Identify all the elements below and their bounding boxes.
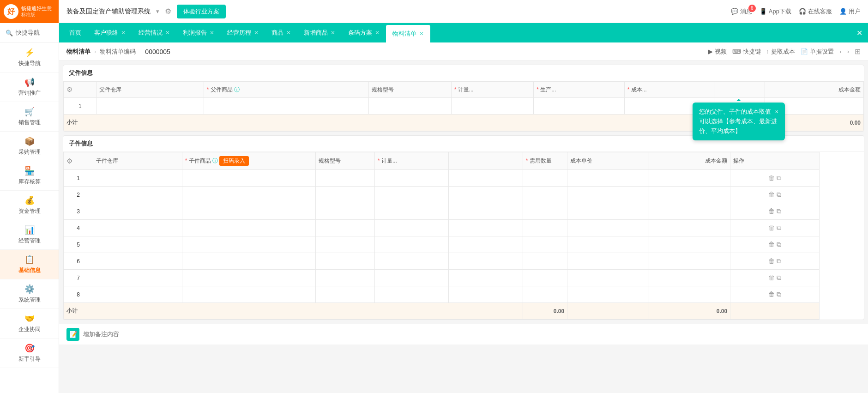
- child-cell-product-3[interactable]: [182, 203, 315, 220]
- tab-customer-close[interactable]: ✕: [121, 30, 126, 36]
- tab-operations[interactable]: 经营情况 ✕: [132, 23, 176, 42]
- copy-icon-8[interactable]: ⧉: [777, 290, 781, 298]
- tab-customer[interactable]: 客户联络 ✕: [88, 23, 132, 42]
- child-cell-unitcost-1[interactable]: [567, 170, 649, 187]
- app-download-button[interactable]: 📱 App下载: [760, 7, 791, 16]
- message-button-wrap[interactable]: 💬 消息 6: [731, 7, 752, 16]
- child-cell-product-2[interactable]: [182, 187, 315, 203]
- child-cell-spec-3[interactable]: [315, 203, 374, 220]
- child-cell-warehouse-1[interactable]: [93, 170, 182, 187]
- child-cell-warehouse-7[interactable]: [93, 270, 182, 286]
- copy-icon-3[interactable]: ⧉: [777, 207, 781, 215]
- child-cell-product-4[interactable]: [182, 220, 315, 236]
- child-cell-unit-8[interactable]: [374, 286, 448, 303]
- delete-icon-6[interactable]: 🗑: [768, 257, 775, 265]
- child-cell-unit-4[interactable]: [374, 220, 448, 236]
- copy-icon-2[interactable]: ⧉: [777, 191, 781, 199]
- tab-history[interactable]: 经营历程 ✕: [221, 23, 265, 42]
- trial-button[interactable]: 体验行业方案: [177, 5, 226, 18]
- tab-goods[interactable]: 商品 ✕: [265, 23, 297, 42]
- child-cell-qty-4[interactable]: [523, 220, 567, 236]
- copy-icon-5[interactable]: ⧉: [777, 241, 781, 248]
- delete-icon-5[interactable]: 🗑: [768, 241, 775, 248]
- child-cell-warehouse-8[interactable]: [93, 286, 182, 303]
- dropdown-arrow-icon[interactable]: ▾: [156, 8, 159, 15]
- parent-cell-unit-1[interactable]: [451, 98, 534, 115]
- child-cell-warehouse-4[interactable]: [93, 220, 182, 236]
- child-cell-warehouse-6[interactable]: [93, 253, 182, 270]
- grid-view-btn[interactable]: ⊞: [855, 47, 861, 56]
- tab-history-close[interactable]: ✕: [254, 30, 259, 36]
- child-cell-unitcost-5[interactable]: [567, 236, 649, 253]
- child-cell-unit-5[interactable]: [374, 236, 448, 253]
- sidebar-item-guide[interactable]: 🎯 新手引导: [0, 339, 59, 368]
- single-settings-btn[interactable]: 📄 单据设置: [801, 48, 834, 56]
- child-cell-spec-5[interactable]: [315, 236, 374, 253]
- child-col-settings[interactable]: ⚙: [64, 152, 93, 170]
- sidebar-item-finance[interactable]: 💰 资金管理: [0, 191, 59, 220]
- sidebar-item-marketing[interactable]: 📢 营销推广: [0, 73, 59, 102]
- delete-icon-4[interactable]: 🗑: [768, 224, 775, 232]
- extract-cost-btn[interactable]: ↑ 提取成本: [766, 48, 796, 56]
- child-cell-warehouse-5[interactable]: [93, 236, 182, 253]
- tab-operations-close[interactable]: ✕: [165, 30, 170, 36]
- video-tool-btn[interactable]: ▶ 视频: [708, 48, 727, 56]
- tab-new-goods-close[interactable]: ✕: [331, 30, 335, 36]
- shortcuts-tool-btn[interactable]: ⌨ 快捷键: [732, 48, 761, 56]
- child-cell-unit-2[interactable]: [374, 187, 448, 203]
- parent-col-settings[interactable]: ⚙: [64, 82, 96, 98]
- scan-input-button[interactable]: 扫码录入: [219, 156, 249, 166]
- tab-goods-close[interactable]: ✕: [286, 30, 291, 36]
- sidebar-item-enterprise[interactable]: 🤝 企业协同: [0, 309, 59, 339]
- parent-cell-production-1[interactable]: [534, 98, 625, 115]
- child-cell-spec-7[interactable]: [315, 270, 374, 286]
- sidebar-item-inventory[interactable]: 🏪 库存核算: [0, 161, 59, 191]
- delete-icon-1[interactable]: 🗑: [768, 174, 775, 182]
- online-service-button[interactable]: 🎧 在线客服: [799, 7, 832, 16]
- child-cell-spec-4[interactable]: [315, 220, 374, 236]
- child-cell-warehouse-2[interactable]: [93, 187, 182, 203]
- child-cell-unit-6[interactable]: [374, 253, 448, 270]
- child-cell-product-5[interactable]: [182, 236, 315, 253]
- user-button[interactable]: 👤 用户: [839, 7, 861, 16]
- child-cell-product-1[interactable]: [182, 170, 315, 187]
- tab-profit-close[interactable]: ✕: [210, 30, 214, 36]
- delete-icon-7[interactable]: 🗑: [768, 274, 775, 282]
- child-cell-unit-7[interactable]: [374, 270, 448, 286]
- tab-barcode[interactable]: 条码方案 ✕: [342, 23, 386, 42]
- delete-icon-8[interactable]: 🗑: [768, 290, 775, 298]
- copy-icon-1[interactable]: ⧉: [777, 174, 781, 182]
- delete-icon-2[interactable]: 🗑: [768, 191, 775, 199]
- sidebar-item-basic-info[interactable]: 📋 基础信息: [0, 250, 59, 279]
- child-cell-qty-8[interactable]: [523, 286, 567, 303]
- tooltip-close-btn[interactable]: ×: [775, 107, 778, 117]
- child-cell-product-7[interactable]: [182, 270, 315, 286]
- tab-bom-close[interactable]: ✕: [419, 30, 424, 37]
- child-cell-unitcost-2[interactable]: [567, 187, 649, 203]
- child-cell-unit-1[interactable]: [374, 170, 448, 187]
- parent-cell-product-1[interactable]: [204, 98, 368, 115]
- delete-icon-3[interactable]: 🗑: [768, 207, 775, 215]
- child-cell-qty-6[interactable]: [523, 253, 567, 270]
- tab-new-goods[interactable]: 新增商品 ✕: [297, 23, 342, 42]
- parent-cell-warehouse-1[interactable]: [96, 98, 204, 115]
- child-cell-unitcost-8[interactable]: [567, 286, 649, 303]
- copy-icon-6[interactable]: ⧉: [777, 257, 781, 265]
- child-cell-qty-1[interactable]: [523, 170, 567, 187]
- child-cell-spec-6[interactable]: [315, 253, 374, 270]
- parent-cell-spec-1[interactable]: [369, 98, 452, 115]
- tab-profit[interactable]: 利润报告 ✕: [176, 23, 221, 42]
- child-cell-qty-7[interactable]: [523, 270, 567, 286]
- tab-barcode-close[interactable]: ✕: [375, 30, 380, 36]
- child-cell-qty-2[interactable]: [523, 187, 567, 203]
- copy-icon-4[interactable]: ⧉: [777, 224, 781, 232]
- child-cell-product-6[interactable]: [182, 253, 315, 270]
- child-cell-product-8[interactable]: [182, 286, 315, 303]
- child-cell-unitcost-7[interactable]: [567, 270, 649, 286]
- nav-next-btn[interactable]: ›: [847, 48, 849, 55]
- child-cell-warehouse-3[interactable]: [93, 203, 182, 220]
- sidebar-item-sales[interactable]: 🛒 销售管理: [0, 102, 59, 132]
- tab-bom[interactable]: 物料清单 ✕: [386, 25, 430, 42]
- copy-icon-7[interactable]: ⧉: [777, 274, 781, 282]
- child-cell-qty-3[interactable]: [523, 203, 567, 220]
